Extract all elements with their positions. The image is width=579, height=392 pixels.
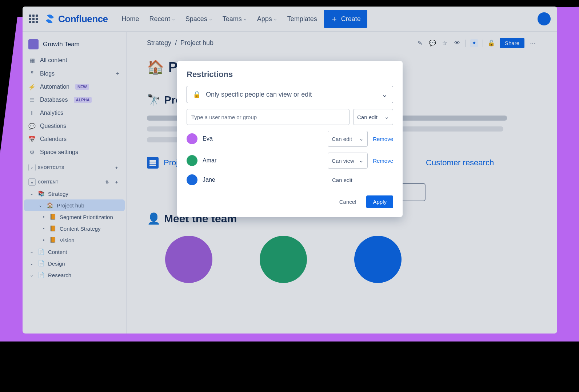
chevron-down-icon: ⌄ [359, 157, 364, 164]
cancel-button[interactable]: Cancel [334, 195, 362, 208]
chevron-down-icon: ⌄ [384, 114, 389, 120]
chevron-down-icon: ⌄ [359, 136, 364, 142]
remove-user-link[interactable]: Remove [373, 158, 393, 164]
user-avatar [187, 155, 197, 166]
user-avatar [187, 133, 197, 144]
user-row-amar: Amar Can view⌄ Remove [187, 153, 393, 169]
restriction-mode-label: Only specific people can view or edit [206, 91, 312, 98]
default-permission-select[interactable]: Can edit ⌄ [353, 109, 393, 125]
user-row-jane: Jane Can edit [187, 174, 393, 185]
user-search-placeholder: Type a user name or group [191, 114, 257, 120]
permission-readonly: Can edit [328, 177, 368, 183]
lock-icon: 🔒 [193, 90, 201, 98]
user-row-eva: Eva Can edit⌄ Remove [187, 131, 393, 147]
app-window: Confluence Home Recent⌄ Spaces⌄ Teams⌄ A… [23, 7, 557, 334]
user-name: Amar [203, 157, 323, 164]
user-name: Jane [203, 177, 323, 183]
remove-user-link[interactable]: Remove [373, 136, 393, 142]
user-name: Eva [203, 136, 323, 142]
permission-select[interactable]: Can edit⌄ [328, 131, 368, 147]
user-search-input[interactable]: Type a user name or group [187, 109, 350, 125]
user-avatar [187, 174, 197, 185]
apply-button[interactable]: Apply [366, 195, 393, 208]
restriction-mode-select[interactable]: 🔒 Only specific people can view or edit [187, 86, 393, 103]
modal-title: Restrictions [187, 70, 393, 79]
restrictions-modal: Restrictions 🔒 Only specific people can … [177, 61, 403, 217]
permission-select[interactable]: Can view⌄ [328, 153, 368, 169]
